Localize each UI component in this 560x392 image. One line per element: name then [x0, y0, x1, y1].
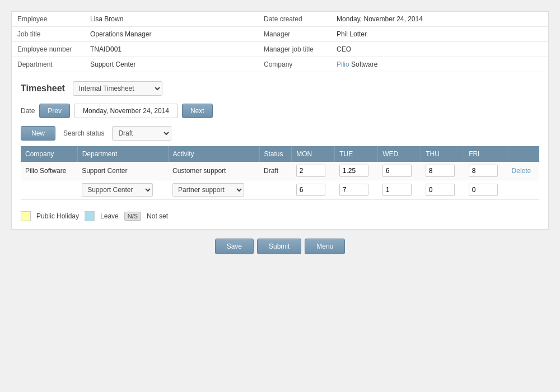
table-header: Company Department Activity Status MON T…: [21, 146, 539, 162]
new-button[interactable]: New: [21, 126, 55, 141]
legend-row: Public Holiday Leave N/S Not set: [21, 207, 539, 223]
cell-tue-2[interactable]: [335, 180, 378, 200]
input-mon-1[interactable]: [296, 165, 325, 177]
cell-company-2: [21, 180, 77, 200]
employee-info-table: Employee Lisa Brown Date created Monday,…: [12, 12, 548, 72]
delete-button-1[interactable]: Delete: [512, 167, 531, 175]
company-link[interactable]: Pilio: [337, 60, 349, 68]
cell-company-1: Pilio Software: [21, 162, 77, 180]
col-wed: WED: [378, 146, 421, 162]
input-tue-1[interactable]: [339, 165, 368, 177]
cell-thu-2[interactable]: [421, 180, 464, 200]
leave-legend-box: [85, 211, 95, 221]
department-select-2[interactable]: Support Center: [82, 183, 153, 197]
table-row: Support Center Partner support: [21, 180, 539, 200]
bottom-buttons: Save Submit Menu: [11, 230, 549, 265]
table-row: Pilio Software Support Center Customer s…: [21, 162, 539, 180]
value-department: Support Center: [85, 57, 258, 72]
cell-department-1: Support Center: [77, 162, 168, 180]
new-row: New Search status Draft Confirmed Done: [21, 126, 539, 141]
cell-status-2: [259, 180, 292, 200]
col-status: Status: [259, 146, 292, 162]
col-activity: Activity: [168, 146, 259, 162]
label-department: Department: [12, 57, 85, 72]
cell-status-1: Draft: [259, 162, 292, 180]
ns-badge: N/S: [124, 212, 141, 221]
cell-activity-2[interactable]: Partner support: [168, 180, 259, 200]
cell-tue-1[interactable]: [335, 162, 378, 180]
cell-wed-1[interactable]: [378, 162, 421, 180]
value-company: Pilio Software: [331, 57, 548, 72]
page-wrapper: Employee Lisa Brown Date created Monday,…: [0, 0, 560, 392]
input-thu-1[interactable]: [426, 165, 455, 177]
input-wed-2[interactable]: [382, 184, 412, 196]
leave-legend-label: Leave: [100, 212, 119, 220]
timesheet-section: Timesheet Internal Timesheet Date Prev M…: [12, 72, 548, 229]
info-row-4: Department Support Center Company Pilio …: [12, 57, 548, 72]
label-manager: Manager: [258, 27, 331, 42]
cell-delete-2: [507, 180, 539, 200]
value-date-created: Monday, November 24, 2014: [331, 12, 548, 27]
table-body: Pilio Software Support Center Customer s…: [21, 162, 539, 200]
label-manager-job-title: Manager job title: [258, 42, 331, 57]
label-date-created: Date created: [258, 12, 331, 27]
label-job-title: Job title: [12, 27, 85, 42]
prev-button[interactable]: Prev: [39, 104, 70, 118]
cell-fri-1[interactable]: [464, 162, 507, 180]
col-department: Department: [77, 146, 168, 162]
company-suffix: Software: [349, 60, 378, 68]
value-employee: Lisa Brown: [85, 12, 258, 27]
save-button[interactable]: Save: [215, 239, 254, 254]
submit-button[interactable]: Submit: [257, 239, 301, 254]
holiday-legend-box: [21, 211, 31, 221]
input-mon-2[interactable]: [296, 184, 325, 196]
next-button[interactable]: Next: [182, 104, 213, 118]
input-fri-2[interactable]: [469, 184, 498, 196]
input-tue-2[interactable]: [339, 184, 368, 196]
menu-button[interactable]: Menu: [305, 239, 345, 254]
cell-delete-1[interactable]: Delete: [507, 162, 539, 180]
value-job-title: Operations Manager: [85, 27, 258, 42]
col-company: Company: [21, 146, 77, 162]
col-tue: TUE: [335, 146, 378, 162]
value-manager: Phil Lotter: [331, 27, 548, 42]
timesheet-header: Timesheet Internal Timesheet: [21, 81, 539, 96]
search-status-label: Search status: [63, 129, 104, 137]
current-date-display: Monday, November 24, 2014: [74, 104, 178, 118]
cell-fri-2[interactable]: [464, 180, 507, 200]
col-thu: THU: [421, 146, 464, 162]
cell-wed-2[interactable]: [378, 180, 421, 200]
holiday-legend-label: Public Holiday: [36, 212, 79, 220]
col-fri: FRI: [464, 146, 507, 162]
info-row-2: Job title Operations Manager Manager Phi…: [12, 27, 548, 42]
timesheet-table: Company Department Activity Status MON T…: [21, 146, 539, 200]
not-set-legend-label: Not set: [147, 212, 168, 220]
main-content: Employee Lisa Brown Date created Monday,…: [11, 11, 549, 230]
input-thu-2[interactable]: [426, 184, 455, 196]
activity-select-2[interactable]: Partner support: [172, 183, 244, 197]
timesheet-title: Timesheet: [21, 83, 65, 94]
label-employee: Employee: [12, 12, 85, 27]
date-label: Date: [21, 107, 35, 115]
cell-mon-1[interactable]: [292, 162, 335, 180]
label-company: Company: [258, 57, 331, 72]
cell-mon-2[interactable]: [292, 180, 335, 200]
cell-activity-1: Customer support: [168, 162, 259, 180]
cell-thu-1[interactable]: [421, 162, 464, 180]
col-actions: [507, 146, 539, 162]
date-row: Date Prev Monday, November 24, 2014 Next: [21, 104, 539, 118]
status-select[interactable]: Draft Confirmed Done: [112, 126, 171, 141]
value-employee-number: TNAID001: [85, 42, 258, 57]
input-fri-1[interactable]: [469, 165, 498, 177]
timesheet-type-select[interactable]: Internal Timesheet: [73, 81, 162, 96]
input-wed-1[interactable]: [382, 165, 412, 177]
value-manager-job-title: CEO: [331, 42, 548, 57]
info-row-3: Employee number TNAID001 Manager job tit…: [12, 42, 548, 57]
cell-department-2[interactable]: Support Center: [77, 180, 168, 200]
label-employee-number: Employee number: [12, 42, 85, 57]
col-mon: MON: [292, 146, 335, 162]
info-row-1: Employee Lisa Brown Date created Monday,…: [12, 12, 548, 27]
